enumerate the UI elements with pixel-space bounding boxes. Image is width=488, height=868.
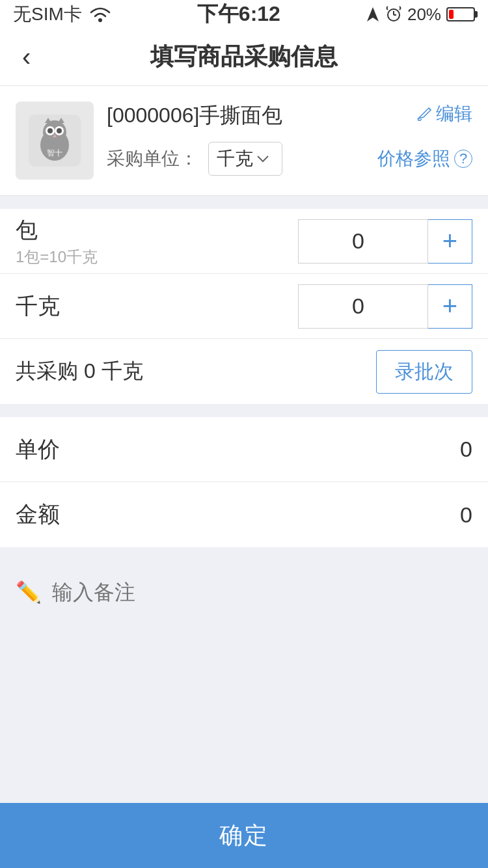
product-name: [0000006]手撕面包 — [107, 102, 282, 130]
input-section: 包 1包=10千克 + 千克 + 共采购 0 千克 录批次 — [0, 209, 488, 404]
price-section: 单价 0 金额 0 — [0, 417, 488, 547]
status-time: 下午6:12 — [197, 0, 280, 29]
unit-price-value: 0 — [460, 437, 472, 462]
product-image: 智十 — [16, 102, 94, 180]
kg-input[interactable] — [298, 284, 428, 329]
total-label: 共采购 0 千克 — [16, 357, 143, 386]
price-reference-button[interactable]: 价格参照 ? — [377, 146, 472, 171]
unit-price-label: 单价 — [16, 435, 60, 465]
total-row: 共采购 0 千克 录批次 — [0, 339, 488, 404]
bao-sub-label: 1包=10千克 — [16, 247, 98, 267]
chevron-down-icon — [257, 155, 269, 163]
confirm-button[interactable]: 确定 — [0, 803, 488, 868]
kg-input-controls: + — [298, 284, 472, 329]
bao-label-group: 包 1包=10千克 — [16, 215, 98, 267]
status-left: 无SIM卡 — [13, 2, 112, 27]
kg-plus-button[interactable]: + — [428, 284, 472, 329]
section-divider-3 — [0, 547, 488, 560]
bao-input[interactable] — [298, 219, 428, 264]
nav-bar: ‹ 填写商品采购信息 — [0, 29, 488, 86]
battery-indicator — [446, 7, 475, 21]
product-card: 智十 [0000006]手撕面包 编辑 采购单位： — [0, 86, 488, 196]
svg-point-10 — [57, 128, 62, 133]
wifi-icon — [88, 6, 112, 23]
svg-point-9 — [47, 128, 53, 133]
bao-input-row: 包 1包=10千克 + — [0, 209, 488, 274]
unit-price-row: 单价 0 — [0, 417, 488, 482]
bao-label: 包 — [16, 215, 98, 245]
status-bar: 无SIM卡 下午6:12 20% — [0, 0, 488, 29]
product-info: [0000006]手撕面包 编辑 采购单位： 千克 — [107, 102, 472, 176]
owl-logo: 智十 — [25, 111, 84, 170]
location-icon — [366, 6, 380, 23]
bao-plus-button[interactable]: + — [428, 219, 472, 264]
kg-input-row: 千克 + — [0, 274, 488, 339]
pencil-icon: ✏️ — [16, 580, 42, 604]
unit-label: 采购单位： — [107, 146, 198, 171]
carrier-text: 无SIM卡 — [13, 2, 82, 27]
amount-value: 0 — [460, 502, 472, 528]
product-header: [0000006]手撕面包 编辑 — [107, 102, 472, 130]
remark-input[interactable] — [52, 578, 472, 651]
batch-button[interactable]: 录批次 — [376, 350, 472, 394]
alarm-icon — [385, 6, 402, 23]
section-divider-1 — [0, 196, 488, 209]
battery-text: 20% — [407, 5, 441, 25]
amount-label: 金额 — [16, 500, 60, 530]
kg-label: 千克 — [16, 292, 94, 321]
bao-input-controls: + — [298, 219, 472, 264]
unit-row: 采购单位： 千克 价格参照 ? — [107, 142, 472, 176]
page-title: 填写商品采购信息 — [150, 41, 338, 73]
svg-point-0 — [98, 18, 102, 22]
edit-icon — [416, 105, 433, 122]
unit-select[interactable]: 千克 — [208, 142, 282, 176]
status-right: 20% — [366, 5, 475, 25]
back-button[interactable]: ‹ — [16, 36, 37, 78]
svg-text:智十: 智十 — [47, 148, 62, 157]
section-divider-2 — [0, 404, 488, 417]
help-icon: ? — [454, 150, 472, 168]
amount-row: 金额 0 — [0, 482, 488, 547]
edit-button[interactable]: 编辑 — [416, 102, 472, 126]
kg-label-group: 千克 — [16, 292, 94, 321]
remark-section: ✏️ — [0, 560, 488, 669]
